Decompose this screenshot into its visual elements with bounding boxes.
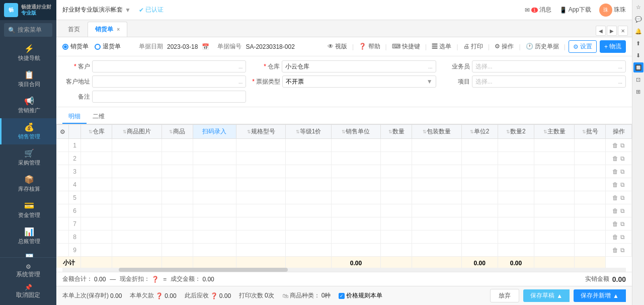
row-copy-icon[interactable]: ⧉ (620, 181, 625, 188)
row-delete-icon[interactable]: 🗑 (612, 155, 618, 162)
row-qty2[interactable] (498, 152, 534, 165)
row-delete-icon[interactable]: 🗑 (612, 234, 618, 241)
row-delete-icon[interactable]: 🗑 (612, 142, 618, 149)
row-batch-input[interactable] (193, 165, 236, 178)
right-panel-btn-4[interactable]: ⬆ (633, 38, 643, 48)
row-warehouse[interactable] (81, 152, 112, 165)
sidebar-item-invoice-mgmt[interactable]: 🧾 发票管理 (0, 249, 56, 257)
sidebar-item-ledger[interactable]: 📊 总账管理 (0, 223, 56, 249)
row-copy-icon[interactable]: ⧉ (620, 207, 625, 214)
row-batch[interactable] (575, 217, 606, 231)
row-delete-icon[interactable]: 🗑 (612, 220, 618, 227)
info-icon[interactable]: ❓ (151, 276, 159, 283)
customer-addr-input[interactable]: ... (92, 75, 246, 88)
row-spec[interactable] (236, 191, 285, 204)
row-qty2[interactable] (498, 165, 534, 178)
row-grade-price[interactable] (286, 191, 331, 204)
row-product[interactable] (162, 204, 193, 217)
row-grade-price[interactable] (286, 231, 331, 244)
row-product[interactable] (162, 191, 193, 204)
row-main-qty[interactable] (534, 244, 575, 257)
row-grade-price[interactable] (286, 165, 331, 178)
row-delete-icon[interactable]: 🗑 (612, 194, 618, 201)
save-new-button[interactable]: 保存并新增 ▲ (574, 289, 626, 302)
customer-dots-icon[interactable]: ... (238, 64, 243, 69)
row-copy-icon[interactable]: ⧉ (620, 234, 625, 241)
row-warehouse[interactable] (81, 217, 112, 231)
row-pack-qty[interactable] (412, 152, 461, 165)
invoice-select[interactable]: 不开票 ▼ (282, 75, 436, 88)
row-unit2[interactable] (461, 191, 498, 204)
row-warehouse[interactable] (81, 139, 112, 152)
add-logistics-button[interactable]: + 物流 (600, 40, 626, 53)
row-warehouse[interactable] (81, 165, 112, 178)
sidebar-item-inventory[interactable]: 📦 库存核算 (0, 171, 56, 197)
row-unit2[interactable] (461, 204, 498, 217)
row-delete-icon[interactable]: 🗑 (612, 247, 618, 254)
row-unit2[interactable] (461, 139, 498, 152)
row-delete-icon[interactable]: 🗑 (612, 181, 618, 188)
th-batch-input[interactable]: 扫码录入 (193, 125, 236, 139)
sidebar-item-finance[interactable]: 💳 资金管理 (0, 197, 56, 223)
sidebar-item-quicknav[interactable]: ⚡ 快捷导航 (0, 40, 56, 66)
row-spec[interactable] (236, 178, 285, 191)
row-batch-input[interactable] (193, 231, 236, 244)
toolbar-view-button[interactable]: 👁 视版 (326, 41, 349, 52)
row-delete-icon[interactable]: 🗑 (612, 207, 618, 214)
row-qty[interactable] (381, 139, 412, 152)
row-pack-qty[interactable] (412, 191, 461, 204)
toolbar-ops-button[interactable]: ⚙ 操作 (493, 41, 516, 52)
row-pack-qty[interactable] (412, 178, 461, 191)
tab-sales-order[interactable]: 销货单 × (88, 22, 127, 37)
row-qty2[interactable] (498, 191, 534, 204)
row-qty[interactable] (381, 152, 412, 165)
row-grade-price[interactable] (286, 217, 331, 231)
row-unit2[interactable] (461, 244, 498, 257)
row-batch[interactable] (575, 244, 606, 257)
row-unit2[interactable] (461, 165, 498, 178)
sidebar-item-marketing[interactable]: 📢 营销推广 (0, 92, 56, 118)
sidebar-item-purchase[interactable]: 🛒 采购管理 (0, 144, 56, 171)
row-batch[interactable] (575, 191, 606, 204)
row-qty[interactable] (381, 217, 412, 231)
customer-addr-dots-icon[interactable]: ... (238, 79, 243, 85)
row-sale-unit[interactable] (331, 204, 380, 217)
row-qty2[interactable] (498, 231, 534, 244)
row-warehouse[interactable] (81, 191, 112, 204)
row-sale-unit[interactable] (331, 244, 380, 257)
warehouse-input[interactable]: 小云仓库 ... (282, 60, 436, 72)
row-product[interactable] (162, 178, 193, 191)
right-panel-btn-2[interactable]: 💬 (633, 14, 643, 24)
row-main-qty[interactable] (534, 204, 575, 217)
row-qty[interactable] (381, 244, 412, 257)
row-grade-price[interactable] (286, 178, 331, 191)
row-batch-input[interactable] (193, 152, 236, 165)
right-panel-btn-3[interactable]: 🔔 (633, 26, 643, 36)
row-qty2[interactable] (498, 217, 534, 231)
right-panel-btn-1[interactable]: ☆ (633, 2, 643, 12)
row-sale-unit[interactable] (331, 178, 380, 191)
company-selector[interactable]: 好业财专业版演示帐套 ▼ (62, 6, 131, 14)
right-panel-btn-7[interactable]: ⊡ (633, 74, 643, 85)
row-spec[interactable] (236, 217, 285, 231)
row-copy-icon[interactable]: ⧉ (620, 142, 625, 149)
project-input[interactable]: 选择... ... (472, 75, 626, 88)
row-spec[interactable] (236, 244, 285, 257)
calendar-icon[interactable]: 📅 (202, 43, 209, 50)
price-policy-checkbox[interactable]: ✓ (339, 293, 345, 299)
row-pack-qty[interactable] (412, 217, 461, 231)
row-product[interactable] (162, 165, 193, 178)
row-pack-qty[interactable] (412, 231, 461, 244)
row-batch-input[interactable] (193, 191, 236, 204)
remark-input[interactable] (92, 91, 246, 103)
row-sale-unit[interactable] (331, 165, 380, 178)
right-panel-btn-6[interactable]: 🔲 (633, 62, 643, 72)
row-batch[interactable] (575, 139, 606, 152)
row-qty2[interactable] (498, 139, 534, 152)
toolbar-help-button[interactable]: ❓ 帮助 (357, 41, 382, 52)
row-unit2[interactable] (461, 217, 498, 231)
row-batch-input[interactable] (193, 139, 236, 152)
row-qty2[interactable] (498, 178, 534, 191)
row-batch-input[interactable] (193, 204, 236, 217)
toolbar-history-button[interactable]: 🕐 历史单据 (524, 41, 561, 52)
